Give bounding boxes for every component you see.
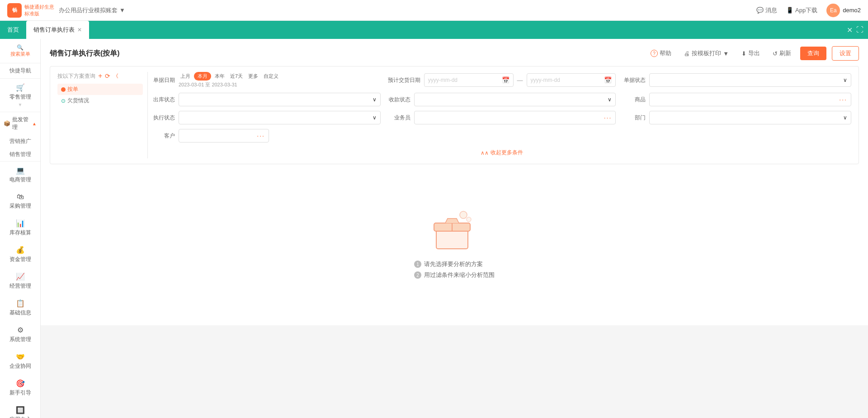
calendar-end-icon[interactable]: 📅 <box>604 76 612 84</box>
empty-state: 请先选择要分析的方案 用过滤条件来缩小分析范围 <box>50 170 859 318</box>
collab-icon: 🤝 <box>16 352 25 361</box>
product-input[interactable]: ··· <box>649 93 851 106</box>
empty-icon <box>432 206 477 251</box>
filter-right: 单据日期 上月 本月 本年 近7天 更多 <box>152 72 851 158</box>
logo-text: 畅捷通好生意 标准版 <box>24 4 54 17</box>
logo-icon: 畅 <box>7 3 22 18</box>
export-button[interactable]: ⬇ 导出 <box>738 48 764 59</box>
refresh-button[interactable]: ↺ 刷新 <box>769 48 795 59</box>
date-range-display: 2023-03-01 至 2023-03-31 <box>179 81 381 88</box>
scheme-sub-icon: ⊙ <box>61 98 66 104</box>
shortcut-7days[interactable]: 近7天 <box>228 72 245 81</box>
date-label: 单据日期 <box>152 76 175 84</box>
sidebar-item-guide[interactable]: 🎯 新手引导 <box>0 375 40 401</box>
system-icon: ⚙ <box>17 326 24 334</box>
sidebar-item-basic-info[interactable]: 📋 基础信息 <box>0 294 40 321</box>
purchase-icon: 🛍 <box>17 193 24 201</box>
customer-more-icon[interactable]: ··· <box>257 132 265 139</box>
logo-area: 畅 畅捷通好生意 标准版 <box>7 3 54 18</box>
collapse-button[interactable]: ∧∧ 收起更多条件 <box>479 147 525 158</box>
empty-step2: 用过滤条件来缩小分析范围 <box>414 271 495 279</box>
predicted-date-end[interactable]: yyyy-mm-dd 📅 <box>527 73 616 87</box>
sidebar-item-finance[interactable]: 💰 资金管理 <box>0 241 40 268</box>
filter-doc-status-field: 单据状态 ∨ <box>623 73 851 87</box>
salesman-more-icon[interactable]: ··· <box>604 114 612 121</box>
sidebar-item-system[interactable]: ⚙ 系统管理 <box>0 321 40 348</box>
sidebar-item-retail[interactable]: 🛒 零售管理 ▼ <box>0 79 40 112</box>
help-button[interactable]: ? 帮助 <box>647 48 675 59</box>
customer-input[interactable]: ··· <box>179 129 269 142</box>
chevron-down-icon5: ∨ <box>843 114 847 121</box>
settings-button[interactable]: 设置 <box>832 46 859 61</box>
system-title[interactable]: 办公用品行业模拟账套 ▼ <box>59 6 125 14</box>
sidebar-item-appcenter[interactable]: 🔲 应用中心 <box>0 401 40 418</box>
shortcut-custom[interactable]: 自定义 <box>262 72 280 81</box>
shortcut-more[interactable]: 更多 <box>246 72 260 81</box>
page-actions: ? 帮助 🖨 按模板打印 ▼ ⬇ 导出 ↺ 刷新 <box>647 46 859 61</box>
filter-scheme-title: 按以下方案查询 + ⟳ 《 <box>57 72 143 80</box>
tab-fullscreen-icon[interactable]: ⛶ <box>856 26 863 34</box>
search-button[interactable]: 查询 <box>800 47 826 60</box>
sidebar-item-sales[interactable]: 销售管理 <box>0 148 40 161</box>
app-download-button[interactable]: 📱 App下载 <box>786 6 817 14</box>
sidebar-item-ecommerce[interactable]: 💻 电商管理 <box>0 162 40 188</box>
chevron-down-icon3: ∨ <box>608 96 612 103</box>
add-scheme-button[interactable]: + <box>98 72 102 80</box>
refresh-icon: ↺ <box>773 50 778 57</box>
svg-point-3 <box>460 211 467 218</box>
tab-sales-order[interactable]: 销售订单执行表 ✕ <box>26 21 89 39</box>
tab-close-window-icon[interactable]: ✕ <box>847 26 853 34</box>
sidebar-item-inventory[interactable]: 📊 库存核算 <box>0 214 40 241</box>
tab-bar: 首页 销售订单执行表 ✕ ✕ ⛶ <box>0 21 868 39</box>
collapse-scheme-button[interactable]: 《 <box>113 72 118 80</box>
tab-home[interactable]: 首页 <box>0 21 26 39</box>
header-left: 畅 畅捷通好生意 标准版 办公用品行业模拟账套 ▼ <box>7 3 125 18</box>
doc-status-select[interactable]: ∨ <box>649 73 851 87</box>
sidebar-item-collab[interactable]: 🤝 企业协同 <box>0 348 40 375</box>
salesman-input[interactable]: ··· <box>414 111 616 124</box>
product-label: 商品 <box>623 96 646 104</box>
dropdown-icon: ▼ <box>119 7 125 14</box>
message-button[interactable]: 💬 消息 <box>756 6 777 14</box>
chevron-down-icon4: ∨ <box>373 114 377 121</box>
filter-layout: 按以下方案查询 + ⟳ 《 按单 ⊙ 欠货情况 <box>57 72 851 158</box>
predicted-date-start[interactable]: yyyy-mm-dd 📅 <box>424 73 514 87</box>
page-title: 销售订单执行表(按单) <box>50 49 120 58</box>
shortcut-this-year[interactable]: 本年 <box>213 72 226 81</box>
quick-nav-button[interactable]: 快捷导航 <box>0 63 40 79</box>
calendar-start-icon[interactable]: 📅 <box>502 76 509 84</box>
exec-status-select[interactable]: ∨ <box>179 111 381 124</box>
shortcut-this-month[interactable]: 本月 <box>194 72 211 81</box>
filter-exec-status-field: 执行状态 ∨ <box>152 111 381 124</box>
payment-status-select[interactable]: ∨ <box>414 93 616 106</box>
basicinfo-icon: 📋 <box>16 299 25 308</box>
print-button[interactable]: 🖨 按模板打印 ▼ <box>680 48 732 59</box>
collapse-row: ∧∧ 收起更多条件 <box>152 147 851 158</box>
department-select[interactable]: ∨ <box>649 111 851 124</box>
filter-product-field: 商品 ··· <box>623 93 851 106</box>
scheme-item-active[interactable]: 按单 <box>57 84 143 95</box>
top-header: 畅 畅捷通好生意 标准版 办公用品行业模拟账套 ▼ 💬 消息 📱 App下载 E… <box>0 0 868 21</box>
page-content: 销售订单执行表(按单) ? 帮助 🖨 按模板打印 ▼ ⬇ 导出 <box>41 39 868 325</box>
product-more-icon[interactable]: ··· <box>839 96 847 103</box>
scheme-active-dot <box>61 87 66 92</box>
sidebar-item-management[interactable]: 📈 经营管理 <box>0 268 40 294</box>
sidebar-item-purchase[interactable]: 🛍 采购管理 <box>0 188 40 214</box>
scheme-item-secondary[interactable]: ⊙ 欠货情况 <box>57 95 143 106</box>
delivery-status-select[interactable]: ∨ <box>179 93 381 106</box>
search-menu-button[interactable]: 🔍 搜索菜单 <box>4 43 37 59</box>
shortcut-last-month[interactable]: 上月 <box>179 72 192 81</box>
chevron-down-icon2: ∨ <box>373 96 377 103</box>
empty-step1: 请先选择要分析的方案 <box>414 260 495 268</box>
tab-close-icon[interactable]: ✕ <box>77 27 82 33</box>
sidebar-item-wholesale[interactable]: 📦 批发管理 ▲ <box>0 112 40 135</box>
filter-salesman-field: 业务员 ··· <box>388 111 616 124</box>
sidebar-item-marketing[interactable]: 营销推广 <box>0 135 40 148</box>
filter-customer-field: 客户 ··· <box>152 129 279 142</box>
page-title-bar: 销售订单执行表(按单) ? 帮助 🖨 按模板打印 ▼ ⬇ 导出 <box>50 46 859 61</box>
edit-scheme-button[interactable]: ⟳ <box>105 72 110 80</box>
appcenter-icon: 🔲 <box>16 406 25 414</box>
sidebar-wholesale-group: 📦 批发管理 ▲ 营销推广 销售管理 <box>0 112 40 162</box>
filter-scheme-section: 按以下方案查询 + ⟳ 《 按单 ⊙ 欠货情况 <box>57 72 148 158</box>
user-area[interactable]: Ea demo2 <box>826 4 861 17</box>
